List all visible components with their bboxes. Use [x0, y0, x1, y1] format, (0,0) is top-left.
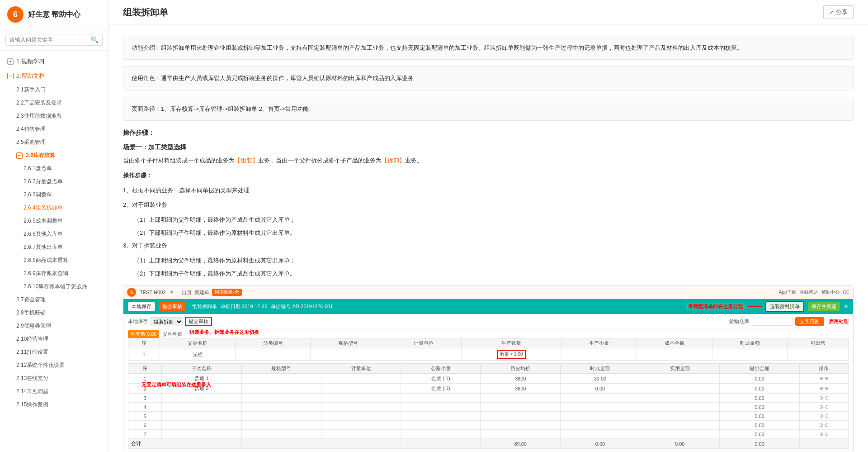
table-row: 1 普通 1 企版 (·1) 3600 30.00 0.00 ⊕ ⊖ [128, 374, 849, 384]
sidebar-item-print[interactable]: 2.11打印设置 [0, 346, 108, 359]
td-prodqty-box[interactable]: 数量 > 1.00 [497, 350, 526, 359]
sidebar-item-new[interactable]: 2.1新手入门 [0, 83, 108, 96]
app-company: TEST-H002 [140, 290, 165, 295]
search-input[interactable] [9, 37, 91, 43]
screenshot-container: 6 TEST-H002 ▼ 自页 新建单 同期新建-天 App下载 在线帮助 帮… [123, 285, 854, 451]
app-btn-bom[interactable]: 选装所料清单 [765, 301, 804, 312]
cth-realamt: 实用金额 [640, 364, 720, 374]
app-docno-label: 单据编号 AD-20191226-001 [271, 303, 333, 310]
sidebar-item-assembly[interactable]: 2.6.4组装拆卸单 [0, 201, 108, 214]
app-nav-home[interactable]: 自页 [182, 289, 192, 296]
app-child-table: 序 子类名称 规格型号 计量单位 公案小量 历史均价 时成金额 实用金额 提供金… [128, 363, 849, 449]
scene1-desc: 当由多个子件材料组装成一个成品的业务为【组装】业务，当由一个父件拆分成多个子产品… [123, 155, 854, 167]
sidebar-item-cases[interactable]: 2.15操作案例 [0, 398, 108, 411]
logo-area: 6 好生意 帮助中心 [0, 0, 108, 29]
sidebar-item-purchase[interactable]: 2.5采购管理 [0, 136, 108, 149]
app-dropdown-icon: ▼ [169, 290, 174, 295]
sidebar-item-data[interactable]: 2.3使用前数据准备 [0, 109, 108, 123]
sidebar-item-inventory[interactable]: − 2.6库存核算 [0, 149, 108, 162]
app-form-row: 本地保存 组装拆卸 提交审核 组装业务、拆卸业务在这里切换 货物仓库 立实范围 [123, 314, 853, 329]
cth-planqty: 公案小量 [401, 364, 481, 374]
th-code: 父类编号 [235, 338, 311, 348]
highlight-assembly: 【组装】 [235, 157, 258, 164]
sidebar-item-video[interactable]: + 1.视频学习 [0, 54, 108, 69]
td-prodqty: 数量 > 1.00 [461, 348, 561, 361]
ops-steps-title: 操作步骤： [123, 170, 854, 181]
sidebar-item-mobile[interactable]: 2.8手机旺铺 [0, 306, 108, 319]
table-row: 60.00⊕ ⊖ [128, 421, 849, 430]
sidebar-item-otherin[interactable]: 2.6.6其他入库单 [0, 228, 108, 241]
td-sellable [788, 348, 849, 361]
cth-timecost: 时成金额 [560, 364, 640, 374]
sidebar-item-finance[interactable]: 2.7资金管理 [0, 293, 108, 306]
step3: 3、对于拆装业务 [123, 240, 854, 252]
app-nav-appdownload[interactable]: App下载 [779, 289, 796, 295]
page-title: 组装拆卸单 [123, 6, 168, 19]
app-screenshot: 6 TEST-H002 ▼ 自页 新建单 同期新建-天 App下载 在线帮助 帮… [123, 286, 853, 451]
table-row: 1 光栏 数量 > 1.00 [128, 348, 849, 361]
sidebar-item-docs[interactable]: − 2.帮助文档 [0, 69, 108, 83]
cth-name: 子类名称 [162, 364, 241, 374]
th-prodsmall: 生产小量 [561, 338, 637, 348]
sidebar-item-adjust[interactable]: 2.6.3调拨单 [0, 188, 108, 201]
td-timecost [712, 348, 788, 361]
sidebar-item-onlinepay[interactable]: 2.13在线支付 [0, 372, 108, 385]
td-code [235, 348, 311, 361]
intro-block-2: 使用角色：通常由生产人员或库管人员完成拆装业务的操作，库管人员确认原材料的出库和… [123, 66, 854, 90]
sidebar-item-sales[interactable]: 2.4销售管理 [0, 123, 108, 136]
sidebar-item-operations[interactable]: 2.10经营管理 [0, 333, 108, 346]
expand-icon-video: + [7, 58, 14, 65]
share-icon: ↗ [829, 9, 834, 16]
app-btn-close[interactable]: ✕ [844, 303, 849, 310]
app-btn-localsave[interactable]: 本地保存 [128, 302, 155, 311]
sidebar-item-stockerror[interactable]: 2.6.10库存账本错了怎么办 [0, 280, 108, 293]
sidebar-item-split[interactable]: 2.6.2分量盘点单 [0, 175, 108, 188]
logo-text: 好生意 帮助中心 [28, 10, 80, 19]
app-btn-savecreate[interactable]: 保存并新建 [808, 302, 840, 311]
app-child-table-wrap: 无固定清单可填组装在这里录入 序 子类名称 规格型号 计量单位 公案小量 历史均… [123, 363, 853, 451]
table-row: 40.00⊕ ⊖ [128, 403, 849, 412]
content-area: 功能介绍：组装拆卸单用来处理企业组装或拆卸等加工业务，支持有固定装配清单的产品加… [108, 25, 868, 452]
app-field-ops-type[interactable]: 提交审核 [185, 317, 212, 326]
th-seq: 序 [128, 338, 160, 348]
sidebar-item-stocktake[interactable]: 2.6.1盘点单 [0, 162, 108, 175]
app-parent-table: 序 父类名称 父类编号 规格型号 计量单位 生产数量 生产小量 成本金额 时成金… [128, 338, 849, 361]
sidebar: 6 好生意 帮助中心 🔍 + 1.视频学习 − 2.帮助文档 2.1新手入门 2… [0, 0, 108, 452]
share-button[interactable]: ↗ 分享 [823, 5, 854, 19]
sidebar-item-personalize[interactable]: 2.12系统个性化设置 [0, 359, 108, 372]
anno-nofixed-text: 无固定清单可填组装在这里录入 [142, 381, 211, 388]
main-content: 组装拆卸单 ↗ 分享 功能介绍：组装拆卸单用来处理企业组装或拆卸等加工业务，支持… [108, 0, 868, 452]
th-sellable: 可出售 [788, 338, 849, 348]
app-nav-helpcenter[interactable]: 帮助中心 [821, 289, 840, 295]
th-unit: 计量单位 [386, 338, 462, 348]
step3-1: （1）上部明细为父件明细，最终作为原材料生成其它出库单； [123, 255, 854, 266]
search-icon[interactable]: 🔍 [91, 36, 99, 43]
sidebar-item-faq[interactable]: 2.14常见问题 [0, 385, 108, 398]
table-row: 2 普通 2 企版 (·1) 3600 0.00 0.00 ⊕ ⊖ [128, 384, 849, 394]
table-footer: 合计 89.00 0.00 0.00 0.00 [128, 439, 849, 449]
divider [178, 289, 178, 295]
sidebar-item-stockquery[interactable]: 2.6.9库存账本查询 [0, 267, 108, 280]
app-field-type: 本地保存 组装拆卸 提交审核 [128, 317, 212, 326]
th-prodqty: 生产数量 [461, 338, 561, 348]
table-row: 50.00⊕ ⊖ [128, 412, 849, 421]
app-btn-submit[interactable]: 提交审核 [159, 302, 186, 311]
app-nav-cc[interactable]: CC [843, 290, 849, 295]
sidebar-item-otherout[interactable]: 2.6.7其他出库单 [0, 241, 108, 254]
app-date-label: 单据日期 2019-12-26 [221, 303, 267, 310]
app-field-wh-input[interactable] [752, 318, 793, 326]
td-prodsmall [561, 348, 637, 361]
sidebar-item-install[interactable]: 2.2产品安装及登录 [0, 96, 108, 109]
sidebar-item-coupon[interactable]: 2.9优惠券管理 [0, 319, 108, 333]
app-btn-confirm[interactable]: 立实范围 [795, 317, 824, 326]
app-parent-table-wrap: 序 父类名称 父类编号 规格型号 计量单位 生产数量 生产小量 成本金额 时成金… [123, 338, 853, 363]
sidebar-item-costadjust[interactable]: 2.6.5成本调整单 [0, 214, 108, 228]
app-nav-onlinehelp[interactable]: 在线帮助 [800, 289, 818, 295]
th-costamt: 成本金额 [637, 338, 712, 348]
app-field-type-select[interactable]: 组装拆卸 [150, 317, 183, 326]
sidebar-item-costcalc[interactable]: 2.6.8商品成本重算 [0, 254, 108, 267]
cth-avgprice: 历史均价 [481, 364, 560, 374]
app-nav-new[interactable]: 新建单 [194, 289, 209, 296]
cth-seq: 序 [128, 364, 162, 374]
anno-switchtype-text: 组装业务、拆卸业务在这里切换 [189, 329, 259, 336]
